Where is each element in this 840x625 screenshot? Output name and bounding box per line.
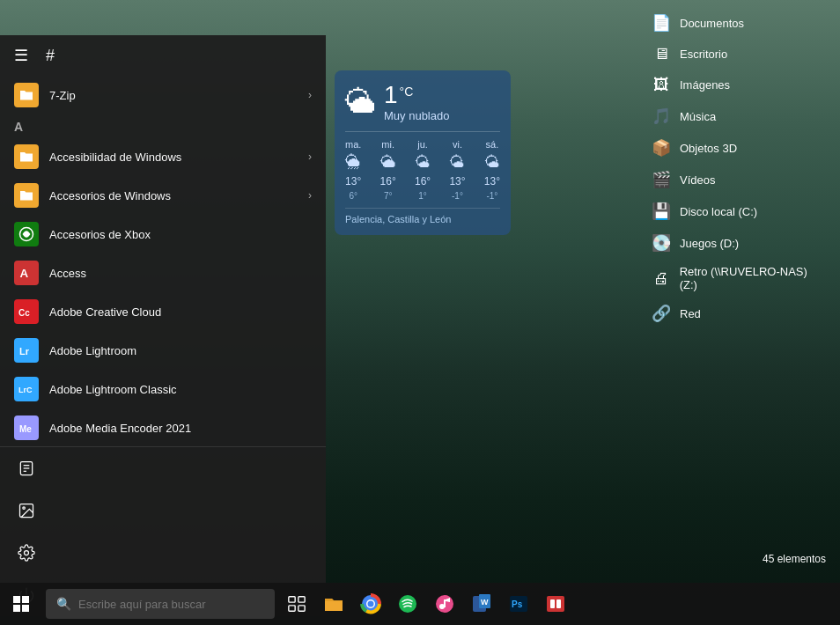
weather-icon-main: 🌥 (345, 84, 377, 121)
weather-day-mon: ma. 🌦 13° 6° (345, 139, 361, 201)
panel-label: Escritorio (680, 48, 727, 61)
app-label: Adobe Creative Cloud (49, 305, 161, 319)
panel-label: Disco local (C:) (680, 205, 757, 218)
app-item-lightroom[interactable]: Lr Adobe Lightroom (0, 331, 326, 370)
sidebar-item-settings[interactable] (0, 532, 326, 574)
disco-local-icon: 💾 (652, 202, 671, 221)
retro-icon: 🖨 (652, 269, 671, 288)
svg-rect-31 (298, 606, 305, 611)
svg-rect-45 (547, 596, 564, 612)
panel-label: Red (680, 307, 701, 320)
creative-cloud-icon: Cc (14, 299, 39, 324)
panel-label: Retro (\\RUVELRO-NAS) (Z:) (680, 265, 826, 291)
svg-text:Ps: Ps (512, 599, 523, 609)
app-item-accesorios[interactable]: Accesorios de Windows › (0, 176, 326, 215)
taskbar-app-photoshop[interactable]: Ps (500, 585, 537, 622)
app-item-creative-cloud[interactable]: Cc Adobe Creative Cloud (0, 292, 326, 331)
panel-item-musica[interactable]: 🎵 Música (637, 100, 840, 132)
panel-label: Objetos 3D (680, 142, 737, 155)
hamburger-icon[interactable]: ☰ (14, 46, 28, 65)
panel-item-documentos[interactable]: 📄 Documentos (637, 7, 840, 39)
day-label: sá. (486, 139, 499, 150)
day-label: ma. (345, 139, 361, 150)
panel-item-objetos3d[interactable]: 📦 Objetos 3D (637, 132, 840, 164)
taskbar-app-taskview[interactable] (278, 585, 315, 622)
day-low: 6° (349, 191, 357, 201)
juegos-icon: 💽 (652, 233, 671, 253)
svg-text:W: W (481, 598, 489, 607)
weather-day-fri: sá. 🌤 13° -1° (484, 139, 500, 201)
imagenes-icon: 🖼 (652, 76, 671, 94)
day-label: ju. (417, 139, 428, 150)
taskbar-app-itunes[interactable] (426, 585, 463, 622)
app-item-accesibilidad[interactable]: Accesibilidad de Windows › (0, 137, 326, 176)
red-icon: 🔗 (652, 304, 671, 323)
svg-rect-27 (22, 605, 29, 612)
panel-item-juegos[interactable]: 💽 Juegos (D:) (637, 227, 840, 259)
settings-icon (14, 540, 39, 565)
app-label: Accesorios de Windows (49, 189, 171, 202)
svg-text:A: A (20, 267, 29, 280)
lightroom-icon: Lr (14, 338, 39, 363)
taskbar-search[interactable]: 🔍 (46, 589, 275, 619)
app-label: 7-Zip (49, 89, 76, 102)
svg-rect-47 (556, 599, 561, 608)
start-menu: ☰ # 7-Zip › A Accesibilidad (0, 35, 326, 616)
start-menu-header: ☰ # (0, 35, 326, 76)
taskbar-app-word[interactable]: W (463, 585, 500, 622)
day-icon: 🌤 (415, 153, 431, 172)
taskbar-app-misc[interactable] (537, 585, 574, 622)
day-high: 16° (415, 175, 431, 188)
weather-day-thu: vi. 🌤 13° -1° (449, 139, 465, 201)
app-label: Access (49, 267, 86, 280)
search-input[interactable] (78, 598, 264, 611)
right-panel: 📄 Documentos 🖥 Escritorio 🖼 Imágenes 🎵 M… (637, 0, 840, 572)
taskbar-app-explorer[interactable] (315, 585, 352, 622)
svg-rect-39 (444, 599, 446, 607)
objetos3d-icon: 📦 (652, 138, 671, 158)
svg-rect-26 (13, 605, 20, 612)
day-low: -1° (486, 191, 497, 201)
day-high: 16° (380, 175, 396, 188)
sidebar-item-image[interactable] (0, 489, 326, 532)
app-item-xbox[interactable]: Accesorios de Xbox (0, 215, 326, 254)
weather-location: Palencia, Castilla y León (345, 208, 500, 224)
panel-item-disco-local[interactable]: 💾 Disco local (C:) (637, 195, 840, 227)
panel-item-imagenes[interactable]: 🖼 Imágenes (637, 70, 840, 100)
app-label: Adobe Lightroom (49, 344, 136, 357)
svg-rect-46 (550, 599, 555, 608)
day-low: 7° (384, 191, 393, 201)
panel-item-retro[interactable]: 🖨 Retro (\\RUVELRO-NAS) (Z:) (637, 259, 840, 298)
weather-temperature: 1 (384, 81, 398, 109)
panel-item-red[interactable]: 🔗 Red (637, 298, 840, 329)
day-icon: 🌦 (345, 153, 361, 172)
app-item-7zip[interactable]: 7-Zip › (0, 76, 326, 114)
day-icon: 🌤 (449, 153, 465, 172)
app-list: 7-Zip › A Accesibilidad de Windows › Acc… (0, 76, 326, 446)
weather-forecast: ma. 🌦 13° 6° mi. 🌥 16° 7° ju. 🌤 16° 1° v… (345, 131, 500, 201)
panel-count: 45 elementos (763, 553, 826, 565)
taskbar-app-spotify[interactable] (389, 585, 426, 622)
hash-icon[interactable]: # (46, 47, 55, 65)
app-item-media-encoder[interactable]: Me Adobe Media Encoder 2021 (0, 408, 326, 446)
escritorio-icon: 🖥 (652, 45, 671, 63)
section-letter-a: A (0, 114, 326, 137)
svg-point-34 (368, 601, 374, 607)
svg-point-21 (23, 507, 25, 510)
svg-point-22 (25, 551, 29, 555)
app-label: Adobe Lightroom Classic (49, 383, 177, 396)
panel-item-videos[interactable]: 🎬 Vídeos (637, 164, 840, 195)
weather-description: Muy nublado (384, 109, 449, 122)
sidebar-item-page[interactable] (0, 447, 326, 489)
musica-icon: 🎵 (652, 107, 671, 126)
app-item-lightroom-classic[interactable]: LrC Adobe Lightroom Classic (0, 370, 326, 408)
start-button[interactable] (0, 583, 42, 625)
search-icon: 🔍 (56, 597, 71, 611)
app-item-access[interactable]: A Access (0, 254, 326, 292)
taskbar-app-chrome[interactable] (352, 585, 389, 622)
day-label: vi. (453, 139, 462, 150)
svg-point-35 (399, 595, 416, 613)
day-low: 1° (418, 191, 427, 201)
panel-item-escritorio[interactable]: 🖥 Escritorio (637, 39, 840, 70)
taskbar: 🔍 (0, 583, 840, 625)
